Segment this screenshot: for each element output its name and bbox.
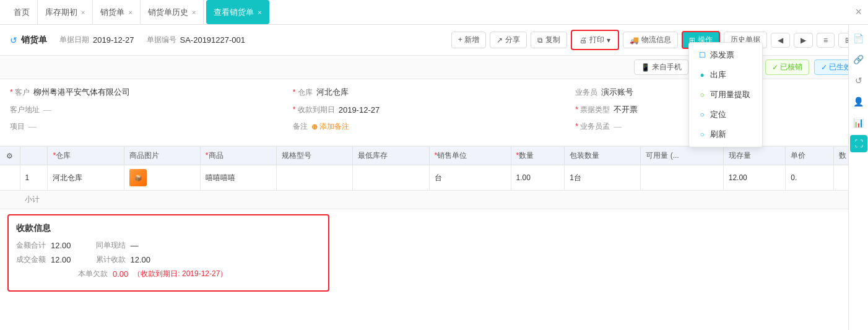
tab-inventory-close[interactable]: × bbox=[81, 9, 85, 16]
operations-dropdown: ☐ 添发票 ● 出库 ○ 可用量提取 ○ 定位 ○ 刷新 bbox=[688, 42, 763, 147]
copy-button[interactable]: ⧉ 复制 bbox=[531, 32, 567, 48]
menu-refresh[interactable]: ○ 刷新 bbox=[689, 124, 762, 144]
print-icon: 🖨 bbox=[579, 36, 587, 45]
print-button[interactable]: 🖨 打印 ▾ bbox=[573, 32, 617, 48]
doc-title: 销货单 bbox=[21, 35, 47, 46]
tab-home[interactable]: 首页 bbox=[6, 0, 38, 24]
copy-icon: ⧉ bbox=[537, 36, 543, 45]
cell-min-stock bbox=[353, 165, 429, 191]
customer-label: 客户 bbox=[10, 87, 30, 98]
payment-row-3: 本单欠款 0.00 （收款到期日: 2019-12-27） bbox=[16, 269, 321, 279]
customer-value: 柳州粤港平安气体有限公司 bbox=[33, 87, 130, 98]
logistics-button[interactable]: 🚚 物流信息 bbox=[623, 32, 678, 48]
col-current-stock: 现存量 bbox=[723, 147, 785, 165]
from-phone-button[interactable]: 📱 来自手机 bbox=[634, 59, 688, 75]
tab-view-sales[interactable]: 查看销货单 × bbox=[206, 0, 269, 24]
col-available: 可用量 (... bbox=[641, 147, 723, 165]
payment-date-value: 2019-12-27 bbox=[339, 105, 380, 115]
project-value: — bbox=[28, 122, 37, 131]
subtotal-label: 小计 bbox=[0, 191, 868, 209]
print-dropdown-icon: ▾ bbox=[607, 36, 610, 45]
subtotal-row: 小计 bbox=[0, 191, 868, 209]
col-spec: 规格型号 bbox=[277, 147, 353, 165]
sidebar-icon-doc[interactable]: 📄 bbox=[850, 30, 867, 47]
cell-warehouse: 河北仓库 bbox=[48, 165, 124, 191]
doc-icon: ↺ bbox=[10, 35, 17, 45]
payment-date-field: 收款到期日 2019-12-27 bbox=[293, 105, 576, 115]
refresh-icon: ○ bbox=[698, 130, 706, 139]
menu-add-invoice[interactable]: ☐ 添发票 bbox=[689, 45, 762, 65]
cell-product: 嘻嘻嘻嘻 bbox=[200, 165, 276, 191]
total-amount-value: 12.00 bbox=[51, 241, 71, 250]
sidebar-icon-chart[interactable]: 📊 bbox=[850, 114, 867, 131]
share-button[interactable]: ↗ 分享 bbox=[490, 32, 527, 48]
same-order-value: — bbox=[131, 241, 139, 250]
note-field: 备注 ⊕ 添加备注 bbox=[293, 121, 576, 132]
check-icon-cancelled: ✓ bbox=[772, 63, 778, 72]
col-sales-unit: *销售单位 bbox=[429, 147, 511, 165]
sidebar-icon-user[interactable]: 👤 bbox=[850, 93, 867, 110]
add-note-button[interactable]: ⊕ 添加备注 bbox=[311, 121, 349, 132]
window-close-button[interactable]: × bbox=[855, 6, 862, 19]
salesperson2-value: — bbox=[614, 122, 622, 131]
sidebar-icon-link[interactable]: 🔗 bbox=[850, 51, 867, 68]
col-seq bbox=[20, 147, 48, 165]
sidebar-icon-refresh[interactable]: ↺ bbox=[850, 72, 867, 89]
arrears-label: 本单欠款 bbox=[78, 269, 108, 279]
cell-pack-qty: 1台 bbox=[565, 165, 641, 191]
table-header-row: ⚙ *仓库 商品图片 *商品 规格型号 最低库存 *销售单位 *数量 包装数量 … bbox=[0, 147, 868, 165]
cell-seq: 1 bbox=[20, 165, 48, 191]
cumulative-label: 累计收款 bbox=[96, 254, 126, 265]
col-settings[interactable]: ⚙ bbox=[0, 147, 20, 165]
tab-inventory[interactable]: 库存期初 × bbox=[38, 0, 93, 24]
tab-sales-close[interactable]: × bbox=[128, 9, 132, 16]
logistics-icon: 🚚 bbox=[630, 36, 639, 45]
col-quantity: *数量 bbox=[511, 147, 565, 165]
right-sidebar: 📄 🔗 ↺ 👤 📊 ⛶ bbox=[848, 25, 868, 330]
tab-view-sales-close[interactable]: × bbox=[258, 9, 261, 16]
col-product: *商品 bbox=[200, 147, 276, 165]
tab-sales-history[interactable]: 销货单历史 × bbox=[141, 0, 204, 24]
nav-next-button[interactable]: ▶ bbox=[794, 33, 813, 48]
warehouse-value: 河北仓库 bbox=[316, 87, 349, 98]
menu-available-qty[interactable]: ○ 可用量提取 bbox=[689, 85, 762, 105]
tab-sales-history-close[interactable]: × bbox=[192, 9, 196, 16]
tab-bar: 首页 库存期初 × 销货单 × 销货单历史 × 查看销货单 × × bbox=[0, 0, 868, 25]
address-value: — bbox=[43, 105, 51, 115]
salesperson-value: 演示账号 bbox=[601, 87, 633, 98]
col-product-img: 商品图片 bbox=[124, 147, 200, 165]
tab-sales[interactable]: 销货单 × bbox=[93, 0, 140, 24]
available-qty-icon: ○ bbox=[698, 90, 706, 99]
same-order-field: 同单现结 — bbox=[96, 240, 139, 251]
address-field: 客户地址 — bbox=[10, 105, 293, 115]
col-pack-qty: 包装数量 bbox=[565, 147, 641, 165]
product-thumbnail: 📦 bbox=[129, 169, 147, 186]
doc-meta: 单据日期 2019-12-27 单据编号 SA-20191227-001 bbox=[59, 35, 451, 45]
nav-prev-button[interactable]: ◀ bbox=[771, 33, 790, 48]
menu-locate[interactable]: ○ 定位 bbox=[689, 105, 762, 124]
total-amount-field: 金额合计 12.00 bbox=[16, 240, 71, 251]
cumulative-field: 累计收款 12.00 bbox=[96, 254, 151, 265]
address-label: 客户地址 bbox=[10, 105, 40, 115]
col-unit-price: 单价 bbox=[786, 147, 834, 165]
payment-info: 收款信息 金额合计 12.00 同单现结 — 成交金额 12.00 累计收款 bbox=[7, 214, 329, 292]
transaction-value: 12.00 bbox=[51, 255, 71, 264]
phone-icon: 📱 bbox=[641, 63, 650, 72]
view-list-button[interactable]: ≡ bbox=[817, 33, 835, 48]
sidebar-icon-expand[interactable]: ⛶ bbox=[850, 135, 867, 152]
salesperson2-label: 业务员孟 bbox=[575, 121, 610, 132]
payment-date-label: 收款到期日 bbox=[293, 105, 335, 115]
already-cancelled-badge: ✓ 已核销 bbox=[765, 59, 809, 75]
note-label: 备注 bbox=[293, 121, 308, 132]
menu-outbound[interactable]: ● 出库 bbox=[689, 65, 762, 85]
new-button[interactable]: + 新增 bbox=[451, 32, 486, 48]
warehouse-field: 仓库 河北仓库 bbox=[293, 87, 576, 98]
arrears-field: 本单欠款 0.00 （收款到期日: 2019-12-27） bbox=[78, 269, 227, 279]
bottom-section: 收款信息 金额合计 12.00 同单现结 — 成交金额 12.00 累计收款 bbox=[0, 209, 868, 297]
cell-settings bbox=[0, 165, 20, 191]
cell-current-stock: 12.00 bbox=[723, 165, 785, 191]
arrears-note: （收款到期日: 2019-12-27） bbox=[133, 269, 227, 279]
product-table-container: ⚙ *仓库 商品图片 *商品 规格型号 最低库存 *销售单位 *数量 包装数量 … bbox=[0, 146, 868, 209]
plus-icon: ⊕ bbox=[311, 123, 318, 131]
doc-number-field: 单据编号 SA-20191227-001 bbox=[147, 35, 246, 45]
